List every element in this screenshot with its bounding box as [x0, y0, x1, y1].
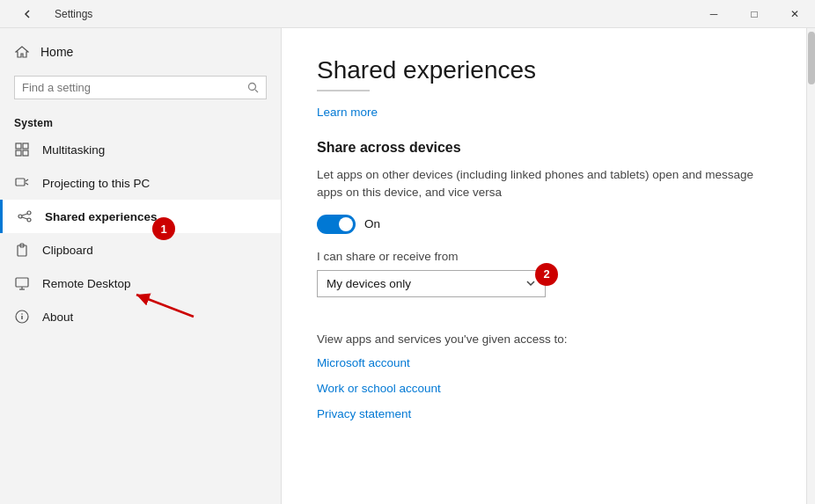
svg-line-12: [22, 214, 27, 215]
svg-line-8: [26, 183, 28, 185]
sidebar-item-label-multitasking: Multitasking: [42, 143, 105, 157]
learn-more-link[interactable]: Learn more: [317, 106, 771, 119]
sidebar-section-label: System: [0, 106, 281, 133]
search-icon: [247, 82, 259, 93]
svg-rect-16: [16, 278, 28, 287]
chevron-down-icon: [525, 278, 536, 289]
sidebar-item-remote[interactable]: Remote Desktop: [0, 267, 281, 300]
dropdown-value: My devices only: [327, 277, 411, 290]
search-input[interactable]: [22, 81, 242, 94]
title-divider: [317, 90, 370, 91]
scrollbar-thumb[interactable]: [808, 32, 815, 84]
svg-line-13: [22, 217, 27, 219]
minimize-button[interactable]: ─: [694, 0, 734, 28]
toggle-knob: [339, 217, 353, 231]
toggle-label: On: [364, 217, 380, 230]
svg-rect-3: [23, 143, 28, 149]
home-icon: [14, 44, 30, 60]
page-title: Shared experiences: [317, 56, 771, 84]
scrollbar-track[interactable]: [806, 28, 815, 504]
about-icon: [14, 309, 30, 325]
share-toggle[interactable]: [317, 215, 356, 234]
window-controls: ─ □ ✕: [694, 0, 815, 28]
svg-point-9: [18, 215, 22, 218]
share-from-label: I can share or receive from: [317, 250, 771, 263]
sidebar-item-clipboard[interactable]: Clipboard: [0, 233, 281, 267]
svg-line-7: [26, 179, 28, 181]
svg-line-1: [255, 90, 258, 92]
work-school-link[interactable]: Work or school account: [317, 382, 771, 395]
multitasking-icon: [14, 142, 30, 157]
svg-point-10: [27, 211, 31, 215]
sidebar-item-shared[interactable]: Shared experiences 1: [0, 200, 281, 233]
back-button[interactable]: [7, 0, 48, 28]
close-button[interactable]: ✕: [775, 0, 815, 28]
sidebar-item-about[interactable]: About: [0, 300, 281, 333]
svg-point-11: [27, 218, 31, 222]
share-dropdown[interactable]: My devices only: [317, 270, 546, 297]
svg-rect-4: [16, 150, 21, 156]
sidebar-item-projecting[interactable]: Projecting to this PC: [0, 166, 281, 200]
share-heading: Share across devices: [317, 140, 771, 156]
window-title: Settings: [55, 8, 92, 20]
sidebar-item-label-about: About: [42, 310, 73, 324]
content-area: Shared experiences Learn more Share acro…: [282, 28, 806, 504]
access-label: View apps and services you've given acce…: [317, 332, 771, 346]
annotation-badge-1: 1: [152, 217, 175, 240]
maximize-button[interactable]: □: [734, 0, 775, 28]
titlebar: Settings ─ □ ✕: [0, 0, 815, 28]
sidebar-item-label-projecting: Projecting to this PC: [42, 177, 150, 190]
microsoft-account-link[interactable]: Microsoft account: [317, 356, 771, 369]
annotation-badge-2: 2: [535, 263, 558, 286]
shared-icon: [17, 208, 33, 224]
titlebar-left: Settings: [7, 0, 92, 28]
main-layout: Home System Multitasking Projecting to t…: [0, 28, 815, 504]
share-description: Let apps on other devices (including lin…: [317, 166, 771, 202]
svg-rect-2: [16, 143, 21, 149]
projecting-icon: [14, 175, 30, 191]
svg-rect-5: [23, 150, 28, 156]
privacy-statement-link[interactable]: Privacy statement: [317, 407, 771, 420]
sidebar-item-label-clipboard: Clipboard: [42, 244, 93, 257]
sidebar-item-label-remote: Remote Desktop: [42, 277, 131, 290]
search-box[interactable]: [14, 76, 267, 99]
home-label: Home: [40, 45, 73, 59]
sidebar: Home System Multitasking Projecting to t…: [0, 28, 282, 504]
svg-point-21: [21, 313, 23, 315]
sidebar-item-label-shared: Shared experiences: [45, 210, 158, 223]
toggle-row: On: [317, 215, 771, 234]
sidebar-home[interactable]: Home: [0, 35, 281, 69]
svg-rect-6: [16, 179, 25, 186]
remote-icon: [14, 275, 30, 291]
clipboard-icon: [14, 242, 30, 258]
sidebar-item-multitasking[interactable]: Multitasking: [0, 133, 281, 166]
svg-point-0: [249, 84, 256, 91]
